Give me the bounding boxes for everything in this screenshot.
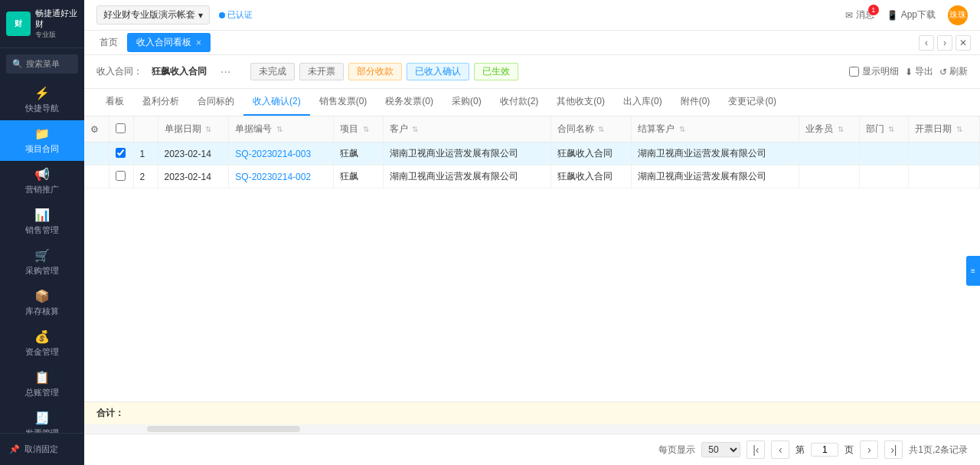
more-button[interactable]: ··· xyxy=(216,65,235,79)
tab-prev-button[interactable]: ‹ xyxy=(919,35,934,51)
sub-tab-1[interactable]: 盈利分析 xyxy=(133,89,188,116)
status-btn-effective[interactable]: 已生效 xyxy=(474,63,518,80)
tab-next-button[interactable]: › xyxy=(937,35,952,51)
avatar: 珠珠 xyxy=(948,5,968,25)
sidebar-item-6[interactable]: 💰 资金管理 xyxy=(0,323,84,364)
sidebar-navigation: ⚡ 快捷导航📁 项目合同📢 营销推广📊 销售管理🛒 采购管理📦 库存核算💰 资金… xyxy=(0,80,84,433)
code-link-1[interactable]: SQ-20230214-002 xyxy=(235,172,311,182)
show-detail-checkbox[interactable]: 显示明细 xyxy=(849,65,899,78)
right-panel-toggle[interactable]: ≡ xyxy=(966,256,980,286)
th-check xyxy=(109,116,133,142)
search-menu-button[interactable]: 🔍 搜索菜单 xyxy=(6,54,78,74)
app-download-button[interactable]: 📱 App下载 xyxy=(887,8,936,21)
unpin-label: 取消固定 xyxy=(24,444,58,455)
sidebar-item-3[interactable]: 📊 销售管理 xyxy=(0,201,84,242)
row-checkbox-1[interactable] xyxy=(116,171,126,181)
sidebar-item-1[interactable]: 📁 项目合同 xyxy=(0,120,84,161)
sidebar-item-0[interactable]: ⚡ 快捷导航 xyxy=(0,80,84,120)
cell-check-1[interactable] xyxy=(109,165,133,188)
export-button[interactable]: ⬇ 导出 xyxy=(905,65,933,78)
unpin-button[interactable]: 📌 取消固定 xyxy=(6,440,78,459)
cell-bill-date-0 xyxy=(909,142,980,165)
nav-icon-0: ⚡ xyxy=(34,86,50,100)
tab-close-icon[interactable]: × xyxy=(196,38,201,48)
tab-label: 收入合同看板 xyxy=(136,36,191,49)
table-row[interactable]: 2 2023-02-14 SQ-20230214-002 狂飙 湖南卫视商业运营… xyxy=(84,165,980,188)
code-link-0[interactable]: SQ-20230214-003 xyxy=(235,149,311,159)
sub-tab-5[interactable]: 税务发票(0) xyxy=(376,89,443,116)
status-btn-partial[interactable]: 部分收款 xyxy=(348,63,402,80)
status-btn-confirmed[interactable]: 已收入确认 xyxy=(407,63,469,80)
sub-tab-4[interactable]: 销售发票(0) xyxy=(310,89,377,116)
sub-tab-3[interactable]: 收入确认(2) xyxy=(243,89,310,116)
th-bill-date[interactable]: 开票日期 ⇅ xyxy=(909,116,980,142)
sidebar-item-8[interactable]: 🧾 发票管理 xyxy=(0,404,84,433)
th-settlement[interactable]: 结算客户 ⇅ xyxy=(632,116,799,142)
verified-dot xyxy=(219,12,225,18)
main-area: 好业财专业版演示帐套 ▾ 已认证 ✉ 消息 1 📱 App下载 珠珠 xyxy=(84,0,980,465)
sub-tab-8[interactable]: 其他收支(0) xyxy=(547,89,614,116)
table-row[interactable]: 1 2023-02-14 SQ-20230214-003 狂飙 湖南卫视商业运营… xyxy=(84,142,980,165)
topbar: 好业财专业版演示帐套 ▾ 已认证 ✉ 消息 1 📱 App下载 珠珠 xyxy=(84,0,980,31)
cell-settings-1 xyxy=(84,165,109,188)
select-all-checkbox[interactable] xyxy=(116,123,126,133)
scroll-thumb[interactable] xyxy=(147,426,300,432)
prev-page-button[interactable]: ‹ xyxy=(771,440,789,459)
messages-button[interactable]: ✉ 消息 1 xyxy=(845,8,874,21)
th-dept[interactable]: 部门 ⇅ xyxy=(859,116,908,142)
cell-date-0: 2023-02-14 xyxy=(158,142,229,165)
th-code[interactable]: 单据编号 ⇅ xyxy=(229,116,334,142)
sidebar-item-2[interactable]: 📢 营销推广 xyxy=(0,161,84,201)
nav-icon-7: 📋 xyxy=(34,370,50,385)
sidebar-item-5[interactable]: 📦 库存核算 xyxy=(0,283,84,323)
nav-label-4: 采购管理 xyxy=(25,265,59,277)
nav-icon-5: 📦 xyxy=(34,289,50,303)
current-page-tab[interactable]: 收入合同看板 × xyxy=(127,33,211,52)
tab-navigation: ‹ › ✕ xyxy=(919,35,971,51)
verified-text: 已认证 xyxy=(227,9,253,21)
th-settings[interactable]: ⚙ xyxy=(84,116,109,142)
message-icon: ✉ xyxy=(845,10,853,21)
sub-tab-0[interactable]: 看板 xyxy=(96,89,133,116)
sub-tab-10[interactable]: 附件(0) xyxy=(671,89,720,116)
cell-num-1: 2 xyxy=(133,165,158,188)
status-btn-incomplete[interactable]: 未完成 xyxy=(250,63,295,80)
cell-contract-0: 狂飙收入合同 xyxy=(550,142,631,165)
last-page-button[interactable]: ›| xyxy=(884,440,903,459)
sub-tab-6[interactable]: 采购(0) xyxy=(443,89,491,116)
home-tab[interactable]: 首页 xyxy=(93,33,124,52)
th-project[interactable]: 项目 ⇅ xyxy=(334,116,383,142)
sub-tab-9[interactable]: 出入库(0) xyxy=(614,89,671,116)
nav-label-2: 营销推广 xyxy=(25,184,59,195)
user-avatar-button[interactable]: 珠珠 xyxy=(948,5,968,25)
row-checkbox-0[interactable] xyxy=(116,148,126,158)
sidebar-item-7[interactable]: 📋 总账管理 xyxy=(0,364,84,404)
sidebar-item-4[interactable]: 🛒 采购管理 xyxy=(0,242,84,283)
th-salesman[interactable]: 业务员 ⇅ xyxy=(799,116,860,142)
tab-close-button[interactable]: ✕ xyxy=(956,35,971,51)
logo-area: 财 畅捷通好业财 专业版 xyxy=(0,0,84,48)
sub-tab-2[interactable]: 合同标的 xyxy=(188,89,243,116)
sub-tab-11[interactable]: 变更记录(0) xyxy=(719,89,786,116)
nav-icon-6: 💰 xyxy=(34,329,50,344)
page-input[interactable] xyxy=(811,443,838,457)
th-date[interactable]: 单据日期 ⇅ xyxy=(158,116,229,142)
sub-tab-7[interactable]: 收付款(2) xyxy=(491,89,548,116)
cell-code-0[interactable]: SQ-20230214-003 xyxy=(229,142,334,165)
nav-label-1: 项目合同 xyxy=(25,143,59,155)
table-area: ⚙ 单据日期 ⇅ 单据编号 ⇅ 项目 ⇅ 客户 ⇅ 合同名称 ⇅ 结算客户 ⇅ … xyxy=(84,116,980,401)
app-edition: 专业版 xyxy=(35,30,78,40)
th-customer[interactable]: 客户 ⇅ xyxy=(383,116,550,142)
next-page-button[interactable]: › xyxy=(860,440,878,459)
detail-checkbox[interactable] xyxy=(849,67,859,77)
per-page-select[interactable]: 50 20 100 xyxy=(701,442,740,457)
status-btn-uninvoiced[interactable]: 未开票 xyxy=(299,63,344,80)
company-selector[interactable]: 好业财专业版演示帐套 ▾ xyxy=(96,5,210,25)
th-contract[interactable]: 合同名称 ⇅ xyxy=(550,116,631,142)
horizontal-scrollbar[interactable] xyxy=(84,424,980,434)
refresh-button[interactable]: ↺ 刷新 xyxy=(939,65,968,78)
cell-check-0[interactable] xyxy=(109,142,133,165)
cell-code-1[interactable]: SQ-20230214-002 xyxy=(229,165,334,188)
first-page-button[interactable]: |‹ xyxy=(746,440,765,459)
sort-salesman-icon: ⇅ xyxy=(838,125,844,133)
